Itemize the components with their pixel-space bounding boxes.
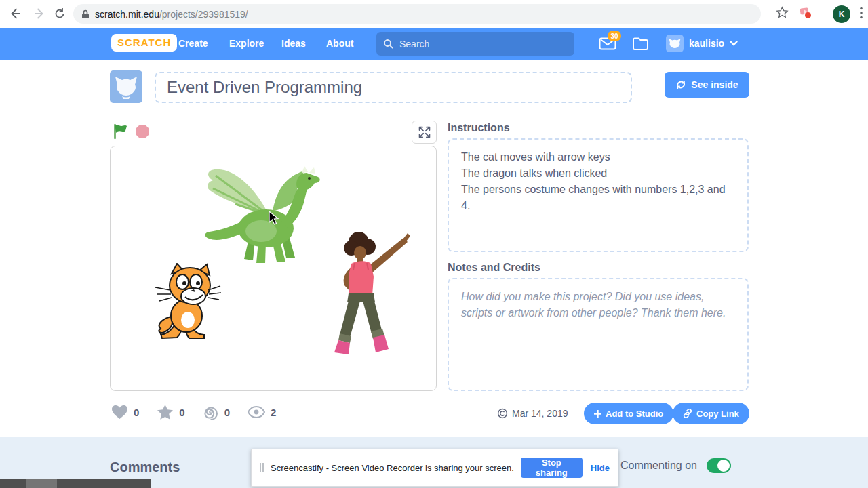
mouse-cursor: [269, 211, 279, 226]
project-stage[interactable]: [110, 146, 437, 391]
search-input[interactable]: [399, 39, 555, 49]
instructions-heading: Instructions: [448, 122, 749, 134]
browser-toolbar: scratch.mit.edu/projects/293981519/ K: [0, 0, 868, 28]
remix-count: 0: [224, 407, 230, 418]
messages-count-badge: 30: [608, 30, 621, 41]
eye-icon: [248, 405, 265, 419]
see-inside-label: See inside: [691, 79, 738, 90]
fullscreen-icon: [417, 125, 432, 140]
copy-link-button[interactable]: Copy Link: [673, 403, 749, 424]
add-to-studio-button[interactable]: Add to Studio: [584, 403, 673, 424]
project-date: Mar 14, 2019: [497, 408, 568, 419]
nav-link-ideas[interactable]: Ideas: [281, 38, 306, 49]
nav-link-about[interactable]: About: [326, 38, 353, 49]
views-stat[interactable]: 2: [248, 405, 276, 419]
status-bar: [0, 479, 151, 488]
notes-heading: Notes and Credits: [448, 262, 749, 274]
project-owner-avatar[interactable]: [110, 70, 142, 103]
love-stat[interactable]: 0: [111, 405, 139, 420]
see-inside-icon: [675, 79, 686, 90]
reload-icon[interactable]: [52, 5, 68, 22]
address-bar[interactable]: scratch.mit.edu/projects/293981519/: [73, 4, 761, 24]
drag-handle-icon[interactable]: [260, 463, 264, 472]
comments-heading: Comments: [110, 460, 180, 475]
chevron-down-icon: [730, 41, 738, 46]
search-icon: [383, 39, 394, 49]
notes-placeholder: How did you make this project? Did you u…: [461, 289, 735, 321]
cat-sprite[interactable]: [154, 263, 222, 340]
fullscreen-button[interactable]: [412, 121, 437, 144]
search-box[interactable]: [376, 32, 574, 56]
back-icon[interactable]: [7, 5, 23, 22]
project-title-field[interactable]: [155, 72, 632, 103]
dancer-sprite[interactable]: [332, 230, 413, 363]
see-inside-button[interactable]: See inside: [665, 72, 749, 98]
scratch-logo[interactable]: SCRATCH: [111, 34, 177, 52]
nav-link-explore[interactable]: Explore: [229, 38, 264, 49]
user-avatar: [666, 35, 684, 52]
url-host: scratch.mit.edu: [95, 9, 159, 20]
project-date-label: Mar 14, 2019: [512, 408, 568, 419]
add-to-studio-label: Add to Studio: [606, 409, 663, 419]
url-path: /projects/293981519/: [159, 9, 248, 20]
project-stats: 0 0 0 2: [111, 404, 276, 420]
instructions-box[interactable]: The cat moves with arrow keys The dragon…: [448, 138, 749, 252]
remix-stat[interactable]: 0: [203, 404, 230, 420]
dragon-sprite[interactable]: [201, 164, 322, 266]
instructions-line: The persons costume changes with numbers…: [461, 182, 735, 214]
toolbar-divider: [823, 8, 823, 20]
commenting-toggle[interactable]: [707, 458, 731, 473]
copyright-icon: [497, 408, 508, 419]
toggle-knob: [717, 460, 730, 472]
username-label: kaulisio: [689, 38, 724, 49]
remix-spiral-icon: [203, 404, 219, 420]
green-flag-icon[interactable]: [113, 123, 129, 142]
commenting-label: Commenting on: [620, 460, 697, 472]
stop-sharing-button[interactable]: Stop sharing: [521, 458, 583, 478]
browser-profile-avatar[interactable]: K: [833, 5, 850, 23]
nav-link-create[interactable]: Create: [178, 38, 208, 49]
instructions-line: The cat moves with arrow keys: [461, 149, 735, 165]
mystuff-folder-icon[interactable]: [632, 36, 650, 52]
share-banner-message: Screencastify - Screen Video Recorder is…: [271, 463, 514, 473]
account-menu[interactable]: kaulisio: [666, 35, 738, 52]
forward-icon[interactable]: [31, 5, 47, 22]
plus-icon: [594, 410, 601, 418]
project-title-input[interactable]: [156, 73, 631, 102]
browser-menu-icon[interactable]: [860, 7, 863, 22]
screen-share-banner: Screencastify - Screen Video Recorder is…: [251, 449, 618, 487]
instructions-line: The dragon talks when clicked: [461, 165, 735, 182]
copy-link-label: Copy Link: [696, 409, 739, 419]
views-count: 2: [271, 407, 276, 418]
stop-sign-icon[interactable]: [134, 123, 151, 142]
link-icon: [683, 409, 692, 418]
hide-banner-link[interactable]: Hide: [591, 463, 610, 473]
scratch-navbar: SCRATCH Create Explore Ideas About 30 ka…: [0, 28, 868, 60]
love-count: 0: [134, 407, 139, 418]
screencastify-extension-icon[interactable]: [798, 5, 813, 23]
heart-icon: [111, 405, 128, 420]
bookmark-star-icon[interactable]: [776, 6, 789, 22]
scratch-logo-text: SCRATCH: [117, 37, 171, 48]
scratch-project-page: scratch.mit.edu/projects/293981519/ K SC…: [0, 0, 868, 488]
star-icon: [157, 404, 174, 420]
favorite-count: 0: [179, 407, 184, 418]
notes-box[interactable]: How did you make this project? Did you u…: [448, 278, 749, 391]
stage-controls: [113, 122, 437, 145]
lock-icon: [81, 9, 90, 19]
favorite-stat[interactable]: 0: [157, 404, 184, 420]
